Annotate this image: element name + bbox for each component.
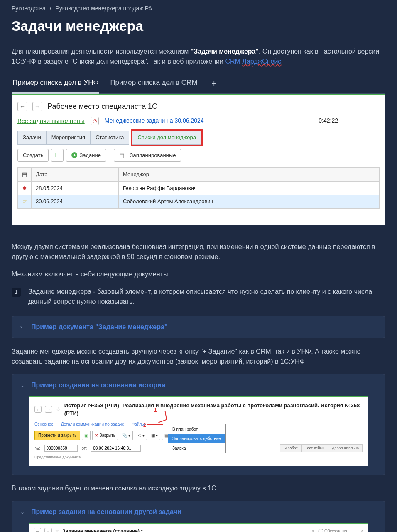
annotation-arrow-2: 2 <box>143 421 146 429</box>
chevron-down-icon: ⌄ <box>20 382 26 389</box>
date-input[interactable] <box>91 445 141 452</box>
menu-item-workplan[interactable]: В план работ <box>168 424 225 434</box>
close-button[interactable]: ✕Закрыть <box>92 431 118 440</box>
list-item: 1 Задание менеджера - базовый элемент, в… <box>12 287 385 307</box>
tab-stats[interactable]: Статистика <box>91 131 129 145</box>
panel-create-from-history: ⌄ Пример создания на основании истории ←… <box>12 374 385 475</box>
todo-table: ▤ Дата Менеджер ✱ 28.05.2024 Геворгян Ра… <box>17 167 380 209</box>
timer-display: 0:42:22 <box>319 116 338 125</box>
task-doc-title: Задание менеджера (создание) * <box>62 527 309 532</box>
manager-tasks-link[interactable]: Менеджерские задачи на 30.06.2024 <box>105 116 204 125</box>
panel-toggle[interactable]: › Пример документа "Задание менеджера" <box>12 316 385 338</box>
documents-list: 1 Задание менеджера - базовый элемент, в… <box>12 287 385 307</box>
link-icon[interactable]: ∂ <box>312 528 314 532</box>
breadcrumb-sep: / <box>50 5 51 12</box>
from-label: от: <box>82 445 87 451</box>
panel-title: Пример создания на основании истории <box>31 380 166 390</box>
chevron-down-icon: ⌄ <box>20 508 26 516</box>
menu-item-plan-action[interactable]: Запланировать действие <box>168 434 225 443</box>
forward-button[interactable]: → <box>44 528 52 532</box>
subtab-testcases[interactable]: Тест-кейсы <box>301 444 328 453</box>
add-tab-button[interactable]: + <box>208 76 220 91</box>
panel-toggle[interactable]: ⌄ Пример создания на основании истории <box>12 374 385 396</box>
link-note-paragraph: В таком задании будет отмечена ссылка на… <box>12 483 385 493</box>
star-icon[interactable]: ☆ <box>56 405 61 414</box>
section-details[interactable]: Детали коммуникации по задаче <box>61 421 124 427</box>
discussion-link[interactable]: 💭 Обсуждение <box>318 528 348 532</box>
chevron-right-icon: › <box>20 323 26 331</box>
panel-task-doc-example: › Пример документа "Задание менеджера" <box>12 316 385 338</box>
table-row[interactable]: ☞ 30.06.2024 Соболевский Артем Александр… <box>18 195 380 209</box>
save-and-close-button[interactable]: Провести и закрыть <box>34 431 80 440</box>
col-date[interactable]: Дата <box>32 168 119 182</box>
screenshot-task-creation: ← → ☆ Задание менеджера (создание) * ∂ 💭… <box>29 523 368 532</box>
close-icon[interactable]: × <box>361 528 363 532</box>
subtab-additional[interactable]: Дополнительно <box>328 444 363 453</box>
tab-tasks[interactable]: Задачи <box>17 131 47 145</box>
integration-paragraph: Между двумя системами реализована бесшов… <box>12 242 385 262</box>
panel-title: Пример задания на основании другой задач… <box>31 507 181 517</box>
forward-button[interactable]: → <box>45 406 52 413</box>
all-tasks-done-link[interactable]: Все задачи выполнены <box>17 116 85 126</box>
documents-intro: Механизм включает в себя следующие докум… <box>12 269 385 279</box>
attach-button[interactable]: 📎 ▾ <box>120 431 133 440</box>
row-icon: ☞ <box>22 199 27 204</box>
tab-events[interactable]: Мероприятия <box>47 131 91 145</box>
text-cursor <box>135 298 135 305</box>
panel-toggle[interactable]: ⌄ Пример задания на основании другой зад… <box>12 501 385 523</box>
save-button[interactable]: ▣ <box>82 431 91 440</box>
breadcrumb-current: Руководство менеджера продаж РА <box>55 5 152 12</box>
col-manager[interactable]: Менеджер <box>119 168 380 182</box>
forward-button[interactable]: → <box>32 102 42 111</box>
panel-title: Пример документа "Задание менеджера" <box>31 322 167 332</box>
largespace-link[interactable]: ЛарджСпейс <box>242 58 281 65</box>
create-task-paragraph: Задание менеджера можно создавать вручну… <box>12 347 385 367</box>
back-button[interactable]: ← <box>34 406 42 413</box>
back-button[interactable]: ← <box>34 528 41 532</box>
row-icon: ✱ <box>22 185 27 191</box>
crm-link[interactable]: CRM <box>225 58 240 65</box>
create-on-basis-menu: В план работ Запланировать действие Заяв… <box>168 424 226 453</box>
number-label: №: <box>34 445 40 451</box>
create-based-on-button[interactable]: ▦ ▾ <box>149 431 161 440</box>
workspace-title: Рабочее место специалиста 1С <box>47 101 157 112</box>
page-title: Задачи менеджера <box>12 15 385 37</box>
create-button[interactable]: Создать <box>17 149 49 162</box>
more-icon[interactable]: ⋮ <box>353 528 357 532</box>
col-icon: ▤ <box>18 168 32 182</box>
back-button[interactable]: ← <box>17 102 27 111</box>
star-icon[interactable]: ☆ <box>55 528 59 532</box>
clock-icon[interactable]: ◔ <box>91 117 99 125</box>
breadcrumb: Руководства / Руководство менеджера прод… <box>12 4 385 13</box>
list-item-number: 1 <box>12 288 21 297</box>
number-input[interactable] <box>44 445 78 452</box>
section-files[interactable]: Файлы <box>132 421 145 427</box>
tab-crm[interactable]: Пример списка дел в CRM <box>109 74 198 94</box>
screenshot-history-create: ← → ☆ История №358 (РТИ): Реализация и в… <box>29 396 368 466</box>
task-button[interactable]: +Задание <box>66 149 106 162</box>
copy-button[interactable]: ❐ <box>51 149 64 162</box>
print-button[interactable]: 🖨 ▾ <box>135 431 147 440</box>
tab-unf[interactable]: Пример списка дел в УНФ <box>12 74 99 94</box>
panel-task-from-task: ⌄ Пример задания на основании другой зад… <box>12 501 385 532</box>
doc-representation-label: Представление документа: <box>34 455 363 461</box>
breadcrumb-root[interactable]: Руководства <box>12 5 46 12</box>
screenshot-unf-list: ← → Рабочее место специалиста 1С Все зад… <box>12 94 385 225</box>
history-doc-title: История №358 (РТИ): Реализация и внедрен… <box>64 401 363 418</box>
tab-manager-todolists[interactable]: Списки дел менеджера <box>132 131 201 145</box>
annotation-arrow-1: 1 <box>154 406 157 414</box>
intro-paragraph: Для планирования деятельности использует… <box>12 47 385 66</box>
table-row[interactable]: ✱ 28.05.2024 Геворгян Раффи Варданович <box>18 181 380 195</box>
planned-button[interactable]: ▤ Запланированные <box>114 149 181 162</box>
menu-item-request[interactable]: Заявка <box>168 443 225 453</box>
subtab-work[interactable]: ы работ <box>280 444 301 453</box>
section-main[interactable]: Основное <box>34 421 54 427</box>
example-tabs: Пример списка дел в УНФ Пример списка де… <box>12 74 385 94</box>
